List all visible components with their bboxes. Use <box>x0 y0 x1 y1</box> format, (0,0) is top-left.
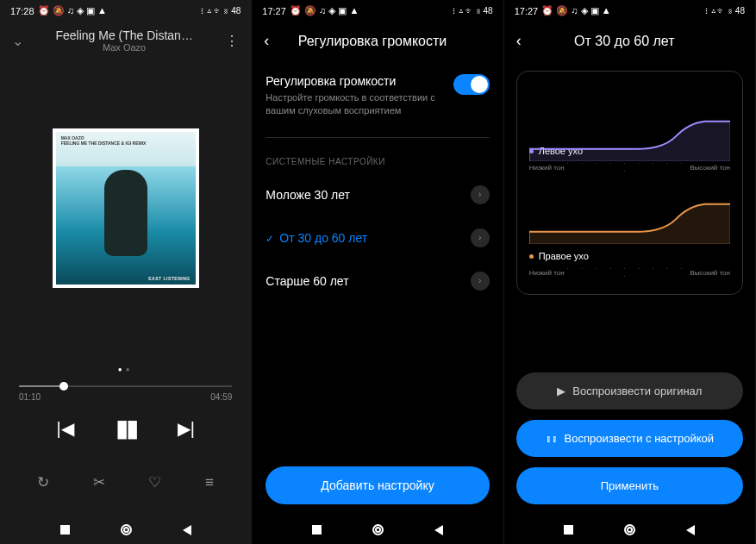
screen-title: Регулировка громкости <box>269 34 475 49</box>
previous-track-button[interactable]: |◀ <box>56 418 73 439</box>
status-bar: 17:28 ⏰ 🔕 ♫ ◈ ▣ ▲ ⋮ ⁂ ᯤ ≋ 48 <box>0 0 251 22</box>
album-label-title: FEELING ME THE DISTANCE & IGI REMIX <box>61 141 147 146</box>
age-option-30-60[interactable]: ✓От 30 до 60 лет › <box>266 216 489 259</box>
time-total: 04:59 <box>210 392 232 402</box>
hearing-chart-card: Левое ухо Низкий тон · · · · · · · · · ·… <box>516 71 743 295</box>
age-option-under-30[interactable]: Моложе 30 лет › <box>266 173 489 216</box>
nav-bar <box>504 516 755 544</box>
low-tone-label: Низкий тон <box>529 164 565 172</box>
playlist-icon[interactable]: ≡ <box>205 474 214 491</box>
next-track-button[interactable]: ▶| <box>178 418 195 439</box>
status-icons-left: ⏰ 🔕 ♫ ◈ ▣ ▲ <box>38 5 107 16</box>
play-original-label: Воспроизвести оригинал <box>572 385 702 397</box>
volume-settings-screen: 17:27 ⏰ 🔕 ♫ ◈ ▣ ▲ ⋮ ⁂ ᯤ ≋ 48 ‹ Регулиров… <box>252 0 503 544</box>
screen-header: ‹ Регулировка громкости <box>252 22 503 66</box>
status-time: 17:28 <box>10 6 34 16</box>
status-bar: 17:27 ⏰ 🔕 ♫ ◈ ▣ ▲ ⋮ ⁂ ᯤ ≋ 48 <box>252 0 503 22</box>
repeat-icon[interactable]: ↻ <box>37 473 49 491</box>
status-icons-left: ⏰ 🔕 ♫ ◈ ▣ ▲ <box>290 5 359 16</box>
high-tone-label: Высокий тон <box>690 164 730 172</box>
nav-bar <box>252 516 503 544</box>
chevron-right-icon: › <box>471 228 490 247</box>
play-icon: ▶ <box>557 385 565 397</box>
status-icons-right: ⋮ ⁂ ᯤ ≋ 48 <box>704 6 745 16</box>
status-time: 17:27 <box>515 6 539 16</box>
status-time: 17:27 <box>262 6 286 16</box>
nav-home-button[interactable] <box>121 524 132 535</box>
album-art-container: MAX OAZO FEELING ME THE DISTANCE & IGI R… <box>0 128 251 288</box>
nav-recent-button[interactable] <box>312 525 322 535</box>
play-adjusted-label: Воспроизвести с настройкой <box>565 432 714 445</box>
song-title: Feeling Me (The Distan… <box>23 28 225 42</box>
chevron-right-icon: › <box>471 185 490 204</box>
apply-label: Применить <box>601 479 659 492</box>
song-artist: Max Oazo <box>23 42 225 53</box>
play-adjusted-button[interactable]: ⫾⫾ Воспроизвести с настройкой <box>516 420 743 457</box>
status-icons-right: ⋮ ⁂ ᯤ ≋ 48 <box>200 6 241 16</box>
player-header: ⌄ Feeling Me (The Distan… Max Oazo ⋮ <box>0 22 251 59</box>
album-footer-label: EAST LISTENING <box>148 276 190 281</box>
nav-back-button[interactable] <box>686 525 695 535</box>
high-tone-label: Высокий тон <box>690 269 730 277</box>
nav-recent-button[interactable] <box>564 525 573 535</box>
more-menu-icon[interactable]: ⋮ <box>225 33 239 49</box>
progress-thumb[interactable] <box>59 382 68 391</box>
secondary-controls: ↻ ✂ ♡ ≡ <box>0 473 251 491</box>
page-indicator: ●● <box>0 366 251 373</box>
right-ear-label: Правое ухо <box>529 251 730 261</box>
low-tone-label: Низкий тон <box>529 269 565 277</box>
collapse-icon[interactable]: ⌄ <box>12 33 23 49</box>
divider <box>266 137 489 138</box>
hearing-curve-screen: 17:27 ⏰ 🔕 ♫ ◈ ▣ ▲ ⋮ ⁂ ᯤ ≋ 48 ‹ От 30 до … <box>504 0 756 544</box>
list-item-label: Моложе 30 лет <box>266 188 350 202</box>
nav-home-button[interactable] <box>624 524 635 535</box>
play-original-button[interactable]: ▶ Воспроизвести оригинал <box>516 372 743 410</box>
screen-title: От 30 до 60 лет <box>522 34 728 49</box>
volume-adjust-toggle-row: Регулировка громкости Настройте громкост… <box>266 66 489 132</box>
progress-bar[interactable]: 01:10 04:59 <box>0 385 251 402</box>
nav-back-button[interactable] <box>183 525 191 535</box>
add-setting-button[interactable]: Добавить настройку <box>266 466 489 504</box>
nav-bar <box>0 516 251 544</box>
toggle-label: Регулировка громкости <box>266 74 438 88</box>
nav-back-button[interactable] <box>434 525 443 535</box>
apply-button[interactable]: Применить <box>516 467 743 504</box>
main-controls: |◀ ▮▮ ▶| <box>0 414 251 442</box>
chevron-right-icon: › <box>471 272 490 291</box>
list-item-label: От 30 до 60 лет <box>279 231 367 245</box>
right-ear-curve <box>529 194 730 246</box>
right-ear-text: Правое ухо <box>539 251 589 261</box>
equalizer-icon: ⫾⫾ <box>546 432 558 445</box>
status-bar: 17:27 ⏰ 🔕 ♫ ◈ ▣ ▲ ⋮ ⁂ ᯤ ≋ 48 <box>504 0 755 22</box>
screen-header: ‹ От 30 до 60 лет <box>504 22 755 66</box>
left-ear-curve <box>529 111 730 163</box>
pause-button[interactable]: ▮▮ <box>116 414 136 442</box>
right-tone-axis: Низкий тон · · · · · · · · · · Высокий т… <box>529 265 730 280</box>
album-art[interactable]: MAX OAZO FEELING ME THE DISTANCE & IGI R… <box>53 128 199 288</box>
status-icons-left: ⏰ 🔕 ♫ ◈ ▣ ▲ <box>541 5 610 16</box>
time-elapsed: 01:10 <box>19 392 41 402</box>
section-title: СИСТЕМНЫЕ НАСТРОЙКИ <box>266 157 489 166</box>
check-icon: ✓ <box>266 233 274 245</box>
favorite-icon[interactable]: ♡ <box>148 473 161 491</box>
toggle-subtitle: Настройте громкость в соответствии с ваш… <box>266 91 438 118</box>
list-item-label: Старше 60 лет <box>266 274 348 288</box>
nav-home-button[interactable] <box>372 524 384 535</box>
age-option-over-60[interactable]: Старше 60 лет › <box>266 259 489 303</box>
music-player-screen: 17:28 ⏰ 🔕 ♫ ◈ ▣ ▲ ⋮ ⁂ ᯤ ≋ 48 ⌄ Feeling M… <box>0 0 252 544</box>
right-ear-dot-icon <box>529 254 534 259</box>
volume-adjust-toggle[interactable] <box>453 74 490 95</box>
nav-recent-button[interactable] <box>60 525 70 535</box>
cut-icon[interactable]: ✂ <box>93 473 105 491</box>
tone-dots: · · · · · · · · · · <box>565 265 690 280</box>
status-icons-right: ⋮ ⁂ ᯤ ≋ 48 <box>452 6 492 16</box>
